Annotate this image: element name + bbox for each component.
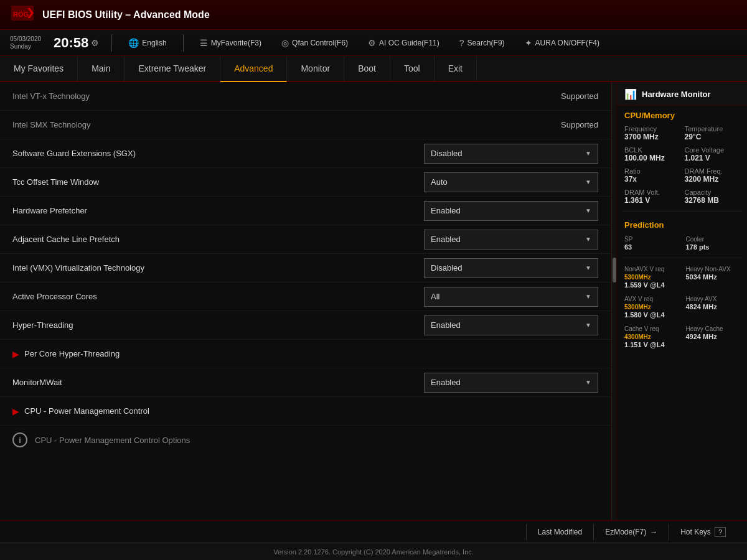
last-modified-button[interactable]: Last Modified xyxy=(526,524,593,540)
setting-sgx: Software Guard Extensions (SGX) Disabled… xyxy=(0,139,611,168)
nav-main[interactable]: Main xyxy=(78,56,125,81)
settings-icon[interactable]: ⚙ xyxy=(91,38,99,48)
avx-req-label: AVX V req 5300MHz xyxy=(624,295,679,311)
bottom-bar: Last Modified EzMode(F7) → Hot Keys ? xyxy=(0,520,747,543)
core-voltage-label: Core Voltage xyxy=(685,146,740,154)
frequency-cell: Frequency 3700 MHz xyxy=(622,123,682,144)
dram-volt-cell: DRAM Volt. 1.361 V xyxy=(622,186,682,207)
avx-v-value: 1.580 V @L4 xyxy=(624,311,679,319)
hyper-threading-value: Enabled xyxy=(431,320,461,330)
avx-freq: 5300MHz xyxy=(624,304,651,310)
hyper-threading-dropdown[interactable]: Enabled ▼ xyxy=(424,315,598,335)
toolbar-date: 05/03/2020 xyxy=(10,35,41,43)
adj-cache-value: Enabled xyxy=(431,235,461,244)
search-button[interactable]: ? Search(F9) xyxy=(456,35,509,50)
nav-exit[interactable]: Exit xyxy=(435,56,477,81)
qfan-icon: ◎ xyxy=(281,38,289,48)
ui-container: ROG UEFI BIOS Utility – Advanced Mode 05… xyxy=(0,0,747,560)
nonavx-heavy-label: Heavy Non-AVX xyxy=(686,265,740,273)
dram-volt-label: DRAM Volt. xyxy=(624,189,680,196)
tcc-arrow-icon: ▼ xyxy=(585,179,591,185)
setting-hyper-threading: Hyper-Threading Enabled ▼ xyxy=(0,311,611,340)
nav-boot[interactable]: Boot xyxy=(344,56,390,81)
sgx-value: Disabled xyxy=(431,149,463,158)
aioc-button[interactable]: ⚙ AI OC Guide(F11) xyxy=(364,35,443,50)
monitor-mwait-dropdown[interactable]: Enabled ▼ xyxy=(424,373,598,393)
hardware-monitor-icon: 📊 xyxy=(624,88,637,100)
hot-keys-label: Hot Keys xyxy=(680,528,711,536)
per-core-ht-label: ▶ Per Core Hyper-Threading xyxy=(12,349,120,359)
active-cores-dropdown[interactable]: All ▼ xyxy=(424,287,598,307)
info-row: i CPU - Power Management Control Options xyxy=(0,426,611,454)
ezmode-label: EzMode(F7) xyxy=(605,528,646,536)
search-label: Search(F9) xyxy=(467,39,505,47)
footer: Version 2.20.1276. Copyright (C) 2020 Am… xyxy=(0,543,747,560)
nav-extreme-tweaker[interactable]: Extreme Tweaker xyxy=(125,56,220,81)
cpu-memory-title: CPU/Memory xyxy=(617,106,747,123)
dram-freq-value: 3200 MHz xyxy=(685,175,740,184)
nonavx-req-cell: NonAVX V req 5300MHz 1.559 V @L4 xyxy=(622,263,681,291)
main-panel: Intel VT-x Technology Supported Intel SM… xyxy=(0,82,611,520)
qfan-label: Qfan Control(F6) xyxy=(292,39,348,47)
ratio-label: Ratio xyxy=(624,167,680,175)
setting-intel-vtx: Intel VT-x Technology Supported xyxy=(0,82,611,111)
nonavx-heavy-cell: Heavy Non-AVX 5034 MHz xyxy=(684,263,743,291)
vmx-label: Intel (VMX) Virtualization Technology xyxy=(12,263,424,273)
hot-keys-button[interactable]: Hot Keys ? xyxy=(669,523,737,541)
info-icon: i xyxy=(12,432,27,447)
scroll-thumb[interactable] xyxy=(613,258,616,282)
intel-smx-label: Intel SMX Technology xyxy=(12,120,486,129)
cache-heavy-value: 4924 MHz xyxy=(686,333,740,340)
nav-tool[interactable]: Tool xyxy=(390,56,435,81)
sidebar-divider xyxy=(622,211,742,212)
dram-volt-value: 1.361 V xyxy=(624,196,680,205)
setting-per-core-ht[interactable]: ▶ Per Core Hyper-Threading xyxy=(0,340,611,368)
submenu-arrow-icon: ▶ xyxy=(12,349,19,359)
core-voltage-cell: Core Voltage 1.021 V xyxy=(682,144,743,165)
temperature-value: 29°C xyxy=(685,133,740,141)
hw-prefetch-arrow-icon: ▼ xyxy=(585,207,591,214)
sgx-dropdown[interactable]: Disabled ▼ xyxy=(424,144,598,164)
prediction-sp-row: SP 63 Cooler 178 pts xyxy=(617,232,747,254)
myfavorite-button[interactable]: ☰ MyFavorite(F3) xyxy=(196,35,265,50)
toolbar-divider-2 xyxy=(183,34,184,52)
avx-heavy-cell: Heavy AVX 4824 MHz xyxy=(684,293,743,320)
footer-text: Version 2.20.1276. Copyright (C) 2020 Am… xyxy=(273,548,474,556)
language-selector[interactable]: 🌐 English xyxy=(125,35,170,50)
aura-button[interactable]: ✦ AURA ON/OFF(F4) xyxy=(521,35,603,50)
temperature-label: Temperature xyxy=(685,125,740,133)
toolbar-time: 20:58 xyxy=(54,35,88,51)
vmx-arrow-icon: ▼ xyxy=(585,264,591,271)
avx-req-cell: AVX V req 5300MHz 1.580 V @L4 xyxy=(622,293,681,320)
cache-req-label: Cache V req 4300MHz xyxy=(624,325,679,341)
nonavx-freq: 5300MHz xyxy=(624,274,651,281)
nonavx-heavy-value: 5034 MHz xyxy=(686,273,740,281)
title-bar: ROG UEFI BIOS Utility – Advanced Mode xyxy=(0,0,747,30)
cooler-value: 178 pts xyxy=(686,243,740,251)
last-modified-label: Last Modified xyxy=(538,528,582,536)
toolbar-day: Sunday xyxy=(10,43,41,50)
nav-advanced[interactable]: Advanced xyxy=(220,56,287,82)
qfan-button[interactable]: ◎ Qfan Control(F6) xyxy=(278,35,352,50)
tcc-dropdown[interactable]: Auto ▼ xyxy=(424,172,598,192)
sidebar-divider-2 xyxy=(622,258,742,258)
nav-monitor[interactable]: Monitor xyxy=(287,56,344,81)
hw-prefetch-value: Enabled xyxy=(431,206,461,215)
scroll-track[interactable] xyxy=(611,82,616,520)
rog-logo: ROG xyxy=(10,3,35,26)
sp-cell: SP 63 xyxy=(622,233,681,253)
bclk-cell: BCLK 100.00 MHz xyxy=(622,144,682,165)
active-cores-arrow-icon: ▼ xyxy=(585,293,591,300)
setting-cpu-power-mgmt[interactable]: ▶ CPU - Power Management Control xyxy=(0,397,611,426)
monitor-mwait-value: Enabled xyxy=(431,378,461,387)
frequency-label: Frequency xyxy=(624,125,680,133)
adj-cache-dropdown[interactable]: Enabled ▼ xyxy=(424,230,598,250)
vmx-dropdown[interactable]: Disabled ▼ xyxy=(424,258,598,278)
cache-heavy-label: Heavy Cache xyxy=(686,325,740,333)
ezmode-button[interactable]: EzMode(F7) → xyxy=(593,524,669,540)
tcc-label: Tcc Offset Time Window xyxy=(12,177,424,187)
dram-freq-label: DRAM Freq. xyxy=(685,167,740,175)
nav-my-favorites[interactable]: My Favorites xyxy=(0,56,78,81)
hyper-threading-label: Hyper-Threading xyxy=(12,320,424,330)
hw-prefetch-dropdown[interactable]: Enabled ▼ xyxy=(424,201,598,221)
